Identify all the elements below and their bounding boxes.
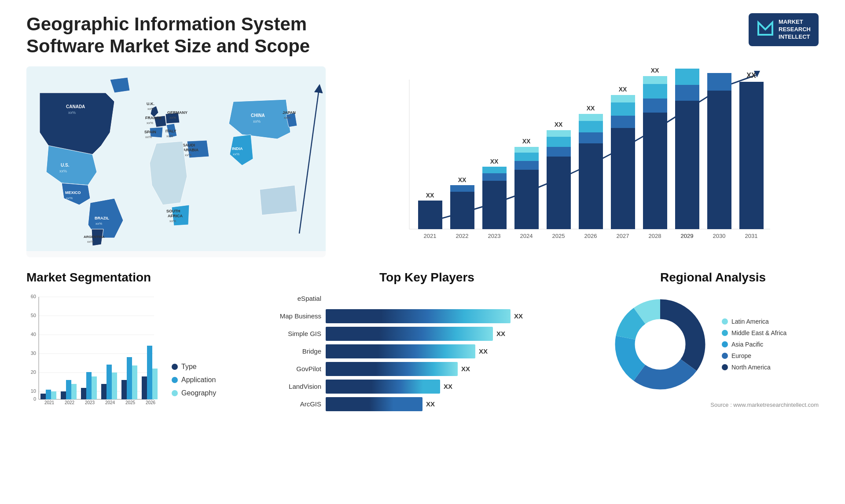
svg-text:60: 60 [31, 294, 36, 299]
svg-rect-58 [547, 147, 571, 157]
player-bar-arcgis: XX [326, 397, 590, 411]
players-list: eSpatial Map Business XX Simple GIS [264, 292, 590, 411]
svg-rect-108 [46, 390, 51, 399]
middle-east-africa-label: Middle East & Africa [731, 329, 786, 336]
bar-govpilot [326, 362, 458, 376]
svg-rect-112 [66, 380, 71, 399]
player-bar-simplegis: XX [326, 327, 590, 341]
svg-rect-124 [127, 357, 132, 399]
segmentation-legend: Type Application Geography [172, 363, 216, 406]
player-bar-mapbusiness: XX [326, 309, 590, 323]
svg-text:2025: 2025 [125, 400, 136, 405]
xx-landvision: XX [444, 383, 452, 390]
svg-text:MEXICO: MEXICO [65, 190, 81, 195]
svg-text:xx%: xx% [253, 119, 261, 124]
svg-text:JAPAN: JAPAN [283, 110, 296, 115]
svg-rect-69 [611, 128, 635, 229]
svg-rect-39 [418, 201, 442, 229]
svg-text:2027: 2027 [617, 233, 629, 239]
xx-bridge: XX [479, 347, 488, 355]
player-bar-govpilot: XX [326, 362, 590, 376]
player-row-arcgis: ArcGIS XX [264, 397, 590, 411]
svg-text:2023: 2023 [85, 400, 95, 405]
north-america-dot [722, 364, 728, 370]
svg-text:U.K.: U.K. [147, 102, 154, 106]
legend-asia-pacific: Asia Pacific [722, 341, 786, 348]
logo-letter [757, 19, 774, 40]
svg-rect-86 [707, 91, 731, 229]
svg-text:2025: 2025 [552, 233, 565, 239]
svg-rect-47 [482, 173, 507, 181]
xx-mapbusiness: XX [514, 312, 523, 320]
svg-text:50: 50 [31, 313, 36, 318]
svg-text:2028: 2028 [649, 233, 661, 239]
svg-text:XX: XX [458, 176, 467, 183]
svg-rect-77 [643, 84, 667, 99]
type-dot [172, 364, 178, 370]
players-title: Top Key Players [264, 270, 590, 285]
svg-text:INDIA: INDIA [232, 146, 243, 151]
svg-text:10: 10 [31, 388, 36, 394]
header: Geographic Information System Software M… [26, 13, 819, 58]
svg-text:0: 0 [33, 396, 36, 402]
svg-rect-53 [514, 153, 539, 161]
svg-text:xx%: xx% [59, 169, 67, 173]
svg-rect-57 [547, 157, 571, 229]
player-name-landvision: LandVision [264, 383, 321, 390]
latin-america-dot [722, 318, 728, 325]
legend-europe: Europe [722, 352, 786, 359]
asia-pacific-dot [722, 341, 728, 347]
player-name-govpilot: GovPilot [264, 365, 321, 373]
svg-rect-70 [611, 116, 635, 128]
svg-text:XX: XX [587, 105, 595, 112]
svg-rect-111 [61, 391, 66, 399]
svg-text:BRAZIL: BRAZIL [95, 216, 109, 220]
svg-text:2023: 2023 [488, 233, 501, 239]
bar-mapbusiness [326, 309, 511, 323]
svg-rect-43 [450, 185, 474, 192]
logo-text: MARKET RESEARCH INTELLECT [779, 18, 811, 41]
svg-text:XX: XX [651, 67, 659, 74]
svg-rect-75 [643, 113, 667, 229]
bar-arcgis [326, 397, 422, 411]
svg-rect-119 [101, 384, 107, 399]
svg-text:SOUTH: SOUTH [166, 209, 180, 213]
legend-middle-east-africa: Middle East & Africa [722, 329, 786, 336]
svg-text:xx%: xx% [66, 196, 73, 200]
svg-text:40: 40 [31, 332, 36, 337]
xx-simplegis: XX [496, 330, 505, 337]
svg-text:ARABIA: ARABIA [183, 148, 198, 152]
svg-text:2030: 2030 [713, 233, 726, 239]
regional-title: Regional Analysis [607, 270, 819, 285]
legend-type: Type [172, 363, 216, 371]
svg-text:xx%: xx% [166, 134, 173, 138]
europe-dot [722, 353, 728, 359]
player-bar-espatial [326, 292, 590, 306]
svg-text:XX: XX [746, 72, 756, 79]
svg-text:xx%: xx% [87, 240, 94, 244]
svg-rect-87 [707, 73, 731, 91]
svg-text:2026: 2026 [584, 233, 597, 239]
svg-text:2026: 2026 [146, 400, 156, 405]
svg-text:GERMANY: GERMANY [167, 110, 187, 115]
svg-rect-109 [51, 391, 56, 399]
page-title: Geographic Information System Software M… [26, 13, 334, 58]
svg-text:2029: 2029 [681, 233, 694, 239]
svg-rect-71 [611, 102, 635, 116]
svg-text:CANADA: CANADA [66, 104, 85, 109]
geography-label: Geography [181, 389, 216, 397]
svg-text:U.S.: U.S. [61, 163, 70, 168]
svg-rect-72 [611, 95, 635, 102]
application-label: Application [181, 376, 216, 384]
svg-text:CHINA: CHINA [251, 113, 265, 118]
svg-text:30: 30 [31, 351, 36, 356]
players-section: Top Key Players eSpatial Map Business XX [264, 270, 590, 411]
logo-area: MARKET RESEARCH INTELLECT [749, 13, 819, 46]
svg-rect-121 [112, 373, 117, 399]
svg-rect-120 [107, 365, 112, 399]
regional-wrap: Latin America Middle East & Africa Asia … [607, 292, 819, 397]
geography-dot [172, 390, 178, 396]
player-row-espatial: eSpatial [264, 292, 590, 306]
svg-rect-54 [514, 147, 539, 153]
svg-rect-113 [71, 384, 77, 399]
